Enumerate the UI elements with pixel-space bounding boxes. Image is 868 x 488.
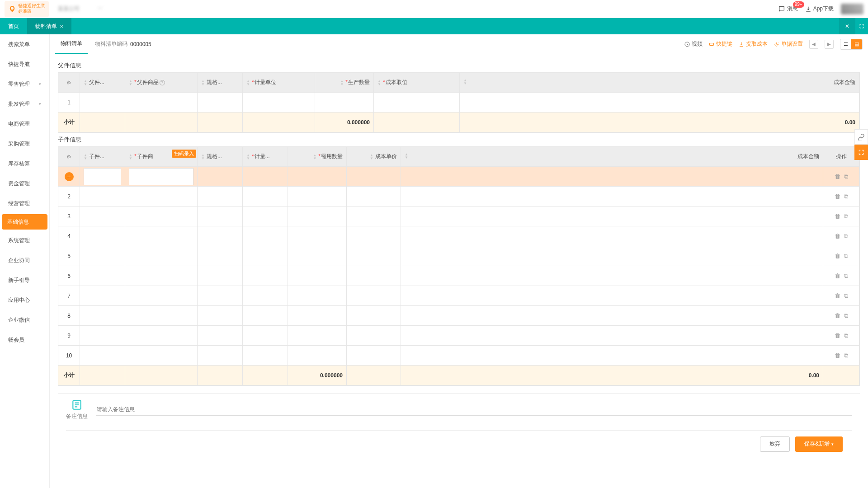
sidebar-item-8[interactable]: 经营管理 <box>0 193 49 213</box>
child-row[interactable]: 2🗑⧉ <box>58 187 859 206</box>
row-copy[interactable]: ⧉ <box>844 173 848 180</box>
row-delete[interactable]: 🗑 <box>835 332 840 339</box>
row-copy[interactable]: ⧉ <box>844 292 848 299</box>
row-delete[interactable]: 🗑 <box>835 292 840 299</box>
brand-edition: 标准版 <box>18 8 45 14</box>
gear-icon[interactable]: ⚙ <box>66 80 71 86</box>
sidebar-item-14[interactable]: 企业微信 <box>0 310 49 330</box>
row-delete[interactable]: 🗑 <box>835 253 840 259</box>
scan-input-badge[interactable]: 扫码录入 <box>172 150 196 158</box>
col-child-item[interactable]: ▲▼*子件商扫码录入 <box>125 147 198 167</box>
sidebar-item-5[interactable]: 采购管理 <box>0 134 49 154</box>
discard-button[interactable]: 放弃 <box>760 436 790 452</box>
fullscreen-icon[interactable] <box>855 18 868 34</box>
doc-setting-link[interactable]: 单据设置 <box>774 40 803 48</box>
gear-icon <box>774 42 779 47</box>
col-parent-item[interactable]: ▲▼*父件商品? <box>125 73 198 93</box>
sidebar-item-12[interactable]: 新手引导 <box>0 270 49 290</box>
row-copy[interactable]: ⧉ <box>844 272 848 279</box>
remark-input[interactable] <box>96 404 852 416</box>
app-download-button[interactable]: App下载 <box>805 5 834 13</box>
parent-row[interactable]: 1 <box>58 93 859 113</box>
extract-cost-link[interactable]: 提取成本 <box>739 40 768 48</box>
child-code-input[interactable] <box>84 168 121 185</box>
shortcut-link[interactable]: 快捷键 <box>709 40 732 48</box>
row-copy[interactable]: ⧉ <box>844 332 848 339</box>
col-unit-cost[interactable]: ▲▼成本单价 <box>347 147 401 167</box>
view-list[interactable]: ☰ <box>840 39 851 49</box>
child-row[interactable]: 5🗑⧉ <box>58 246 859 266</box>
col-qty[interactable]: ▲▼*生产数量 <box>315 73 374 93</box>
col-parent[interactable]: ▲▼父件... <box>80 73 125 93</box>
row-copy[interactable]: ⧉ <box>844 253 848 259</box>
sidebar-item-0[interactable]: 搜索菜单 <box>0 34 49 54</box>
col-child-amount[interactable]: ▲▼成本金额 <box>401 147 823 167</box>
video-link[interactable]: 视频 <box>684 40 703 48</box>
main: 物料清单 物料清单编码 0000005 视频 快捷键 提取成本 <box>50 34 868 488</box>
row-delete[interactable]: 🗑 <box>835 272 840 279</box>
sidebar-item-15[interactable]: 畅会员 <box>0 330 49 350</box>
row-delete[interactable]: 🗑 <box>835 193 840 200</box>
avatar[interactable] <box>841 4 863 14</box>
sidebar-item-3[interactable]: 批发管理▾ <box>0 94 49 114</box>
logo: 畅捷通好生意 标准版 <box>5 1 49 17</box>
sidebar-item-9[interactable]: 基础信息 <box>2 214 47 230</box>
row-copy[interactable]: ⧉ <box>844 312 848 319</box>
row-delete[interactable]: 🗑 <box>835 352 840 359</box>
view-form[interactable]: ▤ <box>851 39 862 49</box>
child-row[interactable]: 10🗑⧉ <box>58 346 859 366</box>
tab-close-all[interactable]: ✕ <box>839 18 855 34</box>
row-delete[interactable]: 🗑 <box>835 173 840 180</box>
sidebar-item-6[interactable]: 库存核算 <box>0 154 49 174</box>
col-child[interactable]: ▲▼子件... <box>80 147 125 167</box>
sidebar-item-7[interactable]: 资金管理 <box>0 174 49 193</box>
sidebar-item-13[interactable]: 应用中心 <box>0 290 49 310</box>
child-row[interactable]: 6🗑⧉ <box>58 266 859 286</box>
next-arrow[interactable]: ▶ <box>825 40 834 49</box>
child-row[interactable]: 4🗑⧉ <box>58 226 859 246</box>
expand-icon <box>858 149 864 155</box>
gear-icon[interactable]: ⚙ <box>66 154 71 160</box>
row-delete[interactable]: 🗑 <box>835 312 840 319</box>
add-row-button[interactable]: + <box>65 172 74 181</box>
row-copy[interactable]: ⧉ <box>844 352 848 359</box>
float-expand[interactable] <box>854 145 868 160</box>
col-cost-src[interactable]: ▲▼*成本取值 <box>374 73 460 93</box>
child-subtotal: 小计0.0000000.00 <box>58 366 859 385</box>
child-row[interactable]: 8🗑⧉ <box>58 306 859 326</box>
row-delete[interactable]: 🗑 <box>835 213 840 220</box>
code-value: 0000005 <box>130 41 151 47</box>
sidebar-item-2[interactable]: 零售管理▾ <box>0 74 49 94</box>
col-child-unit[interactable]: ▲▼*计量... <box>243 147 288 167</box>
col-child-spec[interactable]: ▲▼规格... <box>198 147 243 167</box>
child-row[interactable]: 7🗑⧉ <box>58 286 859 306</box>
tab-bom[interactable]: 物料清单 ✕ <box>27 18 71 34</box>
row-copy[interactable]: ⧉ <box>844 213 848 220</box>
top-header: 畅捷通好生意 标准版 某某公司 ﹀ 消息 99+ App下载 <box>0 0 868 18</box>
col-spec[interactable]: ▲▼规格... <box>198 73 243 93</box>
col-unit[interactable]: ▲▼*计量单位 <box>243 73 315 93</box>
row-copy[interactable]: ⧉ <box>844 233 848 239</box>
sidebar-item-10[interactable]: 系统管理 <box>0 230 49 250</box>
save-add-button[interactable]: 保存&新增▾ <box>795 436 843 452</box>
note-icon <box>71 399 83 411</box>
float-edit[interactable] <box>854 129 868 145</box>
messages-button[interactable]: 消息 99+ <box>778 5 798 13</box>
chevron-down-icon: ﹀ <box>98 5 103 13</box>
col-child-qty[interactable]: ▲▼*需用数量 <box>288 147 347 167</box>
row-copy[interactable]: ⧉ <box>844 193 848 200</box>
tab-home[interactable]: 首页 <box>0 18 27 34</box>
col-cost-amount[interactable]: ▲▼成本金额 <box>460 73 859 93</box>
subtab-bom[interactable]: 物料清单 <box>55 34 88 54</box>
row-delete[interactable]: 🗑 <box>835 233 840 239</box>
sidebar-item-11[interactable]: 企业协同 <box>0 250 49 270</box>
prev-arrow[interactable]: ◀ <box>809 40 818 49</box>
org-selector[interactable]: 某某公司 ﹀ <box>58 5 103 13</box>
close-icon[interactable]: ✕ <box>60 24 63 29</box>
sidebar-item-1[interactable]: 快捷导航 <box>0 54 49 74</box>
child-row[interactable]: 3🗑⧉ <box>58 206 859 226</box>
child-item-input[interactable] <box>129 168 193 185</box>
sidebar-item-4[interactable]: 电商管理 <box>0 114 49 134</box>
info-icon[interactable]: ? <box>160 80 165 85</box>
child-row[interactable]: 9🗑⧉ <box>58 326 859 346</box>
